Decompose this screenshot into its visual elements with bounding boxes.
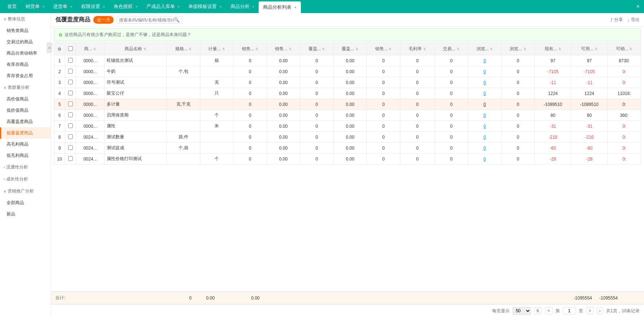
time-filter-button[interactable]: 近一月 bbox=[93, 16, 114, 24]
col-settings[interactable]: ⚙ bbox=[54, 43, 65, 55]
close-permission-tab[interactable]: × bbox=[103, 5, 105, 9]
row-browse1[interactable]: 0 bbox=[468, 99, 502, 110]
sidebar-item-new-products[interactable]: 新品 bbox=[0, 209, 51, 220]
export-button[interactable]: ↓ 导出 bbox=[627, 17, 640, 23]
col-sellable[interactable]: 可销... ⇅ bbox=[608, 43, 641, 55]
nav-tab-purchase[interactable]: 进货单 × bbox=[49, 0, 76, 13]
nav-tab-home[interactable]: 首页 bbox=[3, 0, 21, 13]
close-sales-tab[interactable]: × bbox=[43, 5, 45, 9]
first-page-button[interactable]: K bbox=[534, 307, 542, 314]
nav-tab-analysis-list[interactable]: 商品分析列表 × bbox=[259, 1, 301, 13]
row-num: 4 bbox=[54, 88, 65, 99]
row-trade: 0 bbox=[435, 110, 468, 121]
row-browse1[interactable]: 0 bbox=[468, 110, 502, 121]
sidebar-section-overall[interactable]: ∨ 整体信息 bbox=[0, 13, 51, 25]
footer-label: 合计: bbox=[55, 295, 65, 301]
sidebar-item-category-rate[interactable]: 商品分类动销率 bbox=[0, 48, 51, 59]
col-name[interactable]: 商品名称 ⇅ bbox=[105, 43, 167, 55]
row-name: 属性 bbox=[105, 121, 167, 132]
close-template-tab[interactable]: × bbox=[220, 5, 222, 9]
col-unit[interactable]: 计量... ⇅ bbox=[200, 43, 233, 55]
sidebar-section-circulation[interactable]: › 流通性分析 bbox=[0, 161, 51, 173]
sidebar-section-marketing[interactable]: ∨ 营销推广分析 bbox=[0, 185, 51, 197]
col-checkbox[interactable] bbox=[65, 43, 76, 55]
settings-icon[interactable]: ⚙ bbox=[58, 47, 62, 52]
share-button[interactable]: ⤴ 分享 bbox=[610, 17, 623, 23]
col-cover2[interactable]: 覆盖... ⇅ bbox=[333, 43, 367, 55]
row-browse1[interactable]: 0 bbox=[468, 55, 502, 66]
sidebar-collapse-button[interactable]: « bbox=[47, 42, 52, 53]
row-cover2: 0.00 bbox=[333, 66, 367, 77]
content-area: 低覆盖度商品 近一月 🔍 ⤴ 分享 ↓ 导出 bbox=[51, 13, 644, 317]
row-checkbox[interactable] bbox=[65, 132, 76, 143]
nav-tab-analysis[interactable]: 商品分析 × bbox=[226, 0, 259, 13]
sidebar-item-low-value[interactable]: 低价值商品 bbox=[0, 105, 51, 116]
row-checkbox[interactable] bbox=[65, 77, 76, 88]
sidebar-section-cluster[interactable]: ∨ 类群量分析 bbox=[0, 82, 51, 94]
search-icon[interactable]: 🔍 bbox=[174, 17, 180, 23]
sidebar-item-traded-products[interactable]: 交易过的商品 bbox=[0, 36, 51, 48]
close-role-tab[interactable]: × bbox=[136, 5, 138, 9]
sidebar-item-low-coverage[interactable]: 低覆盖度商品 bbox=[0, 127, 51, 139]
col-current[interactable]: 现有... ⇅ bbox=[535, 43, 571, 55]
col-available[interactable]: 可用... ⇅ bbox=[571, 43, 608, 55]
row-checkbox[interactable] bbox=[65, 55, 76, 66]
sidebar-item-sales-products[interactable]: 销售类商品 bbox=[0, 25, 51, 36]
nav-tab-sales[interactable]: 销货单 × bbox=[21, 0, 49, 13]
row-checkbox[interactable] bbox=[65, 99, 76, 110]
sidebar-item-low-margin[interactable]: 低毛利商品 bbox=[0, 150, 51, 161]
row-browse1[interactable]: 0 bbox=[468, 154, 502, 165]
close-all-button[interactable]: × bbox=[636, 3, 640, 10]
last-page-button[interactable]: › bbox=[597, 307, 603, 314]
col-browse2[interactable]: 浏览... ⇅ bbox=[501, 43, 535, 55]
row-browse1[interactable]: 0 bbox=[468, 121, 502, 132]
page-number-input[interactable] bbox=[563, 307, 576, 314]
nav-tab-products[interactable]: 产成品入库单 × bbox=[142, 0, 184, 13]
select-all-checkbox[interactable] bbox=[68, 46, 73, 51]
row-browse1[interactable]: 0 bbox=[468, 88, 502, 99]
col-code[interactable]: 商... ⇅ bbox=[76, 43, 105, 55]
search-input[interactable] bbox=[119, 17, 174, 23]
row-sales-qty: 0 bbox=[233, 66, 267, 77]
close-analysis-tab[interactable]: × bbox=[252, 5, 254, 9]
close-purchase-tab[interactable]: × bbox=[70, 5, 72, 9]
table-row: 9 0024... 测试提成 个,袋 0 0.00 0 0.00 0 0 0 0… bbox=[54, 143, 641, 154]
row-browse1[interactable]: 0 bbox=[468, 143, 502, 154]
next-page-button[interactable]: > bbox=[586, 307, 594, 314]
col-trade[interactable]: 交易... ⇅ bbox=[435, 43, 468, 55]
sidebar-item-inventory-products[interactable]: 有库存商品 bbox=[0, 59, 51, 70]
row-sales-amt: 0.00 bbox=[267, 88, 300, 99]
col-sales-qty[interactable]: 销售... ⇅ bbox=[233, 43, 267, 55]
row-checkbox[interactable] bbox=[65, 121, 76, 132]
prev-page-button[interactable]: < bbox=[545, 307, 553, 314]
row-checkbox[interactable] bbox=[65, 154, 76, 165]
close-analysis-list-tab[interactable]: × bbox=[294, 5, 297, 9]
row-checkbox[interactable] bbox=[65, 66, 76, 77]
nav-tab-role[interactable]: 角色授权 × bbox=[109, 0, 142, 13]
nav-tab-template[interactable]: 单据模板设置 × bbox=[184, 0, 226, 13]
nav-tab-permission[interactable]: 权限设置 × bbox=[77, 0, 109, 13]
col-spec[interactable]: 规格... ⇅ bbox=[167, 43, 200, 55]
row-checkbox[interactable] bbox=[65, 110, 76, 121]
col-gross[interactable]: 毛利率 ⇅ bbox=[400, 43, 435, 55]
col-sales-amt[interactable]: 销售... ⇅ bbox=[267, 43, 300, 55]
row-browse1[interactable]: 0 bbox=[468, 132, 502, 143]
row-browse1[interactable]: 0 bbox=[468, 66, 502, 77]
row-browse1[interactable]: 0 bbox=[468, 77, 502, 88]
sidebar-item-all-products[interactable]: 全部商品 bbox=[0, 197, 51, 209]
row-checkbox[interactable] bbox=[65, 143, 76, 154]
row-available: 80 bbox=[571, 110, 608, 121]
sidebar-item-high-value[interactable]: 高价值商品 bbox=[0, 94, 51, 105]
sidebar-item-high-margin[interactable]: 高毛利商品 bbox=[0, 139, 51, 150]
col-browse1[interactable]: 浏览... ⇅ bbox=[468, 43, 502, 55]
col-cover1[interactable]: 覆盖... ⇅ bbox=[300, 43, 334, 55]
row-code: 0000... bbox=[76, 88, 105, 99]
close-products-tab[interactable]: × bbox=[178, 5, 180, 9]
page-size-select[interactable]: 50 10 20 100 bbox=[513, 307, 531, 315]
sidebar-section-growth[interactable]: › 成长性分析 bbox=[0, 173, 51, 185]
sidebar-item-high-coverage[interactable]: 高覆盖度商品 bbox=[0, 116, 51, 127]
col-sales3[interactable]: 销售... ⇅ bbox=[367, 43, 400, 55]
row-checkbox[interactable] bbox=[65, 88, 76, 99]
sidebar-item-inventory-capital[interactable]: 库存资金占用 bbox=[0, 70, 51, 82]
table-row: 3 0000... 符号测试 克 0 0.00 0 0.00 0 0 0 0 0… bbox=[54, 77, 641, 88]
